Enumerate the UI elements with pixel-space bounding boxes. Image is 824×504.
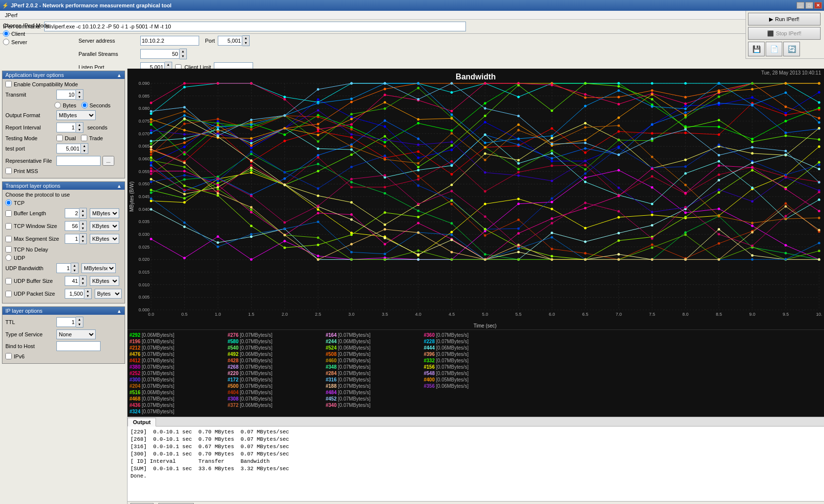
app-icon: ⚡: [2, 2, 9, 9]
parallel-streams-input[interactable]: [140, 49, 180, 59]
tos-label: Type of Service: [5, 331, 54, 337]
bind-host-label: Bind to Host: [5, 343, 54, 349]
trade-checkbox[interactable]: [81, 135, 87, 141]
udp-packet-unit-select[interactable]: Bytes: [95, 289, 122, 299]
minimize-button[interactable]: _: [797, 2, 804, 9]
udp-packet-input[interactable]: [65, 289, 84, 299]
output-format-label: Output Format: [5, 112, 54, 118]
udp-buffer-unit-select[interactable]: KBytes: [90, 276, 119, 286]
tcp-window-unit-select[interactable]: KBytes: [90, 221, 119, 231]
legend-item: #172 [0.07MBytes/s]: [228, 377, 326, 383]
parallel-down[interactable]: ▼: [180, 54, 186, 59]
dual-label: Dual: [65, 135, 76, 141]
output-tab[interactable]: Output: [128, 418, 156, 427]
output-text[interactable]: [229] 0.0-10.1 sec 0.70 MBytes 0.07 MByt…: [128, 427, 824, 501]
buffer-length-checkbox[interactable]: [5, 210, 12, 217]
legend-area: #292 [0.06MBytes/s]#196 [0.07MBytes/s]#2…: [128, 329, 824, 417]
port-up[interactable]: ▲: [242, 36, 249, 41]
max-segment-checkbox[interactable]: [5, 236, 12, 242]
maximize-button[interactable]: □: [805, 2, 813, 9]
transport-layer-toggle[interactable]: ▲: [117, 183, 122, 189]
print-mss-checkbox[interactable]: [5, 168, 12, 174]
enable-compat-checkbox[interactable]: [5, 81, 12, 87]
udp-buffer-checkbox[interactable]: [5, 278, 12, 284]
menu-jperf[interactable]: JPerf: [2, 12, 21, 19]
report-interval-input[interactable]: [56, 123, 76, 132]
client-radio[interactable]: [3, 30, 9, 37]
ipv6-checkbox[interactable]: [5, 353, 12, 359]
udp-bandwidth-unit-select[interactable]: MBytes/sec: [81, 263, 116, 273]
tcp-radio[interactable]: [5, 200, 12, 206]
close-button[interactable]: ✕: [814, 2, 822, 9]
iperf-command-input[interactable]: [44, 22, 466, 31]
output-tabs: Output: [128, 417, 824, 427]
legend-item: #436 [0.07MBytes/s]: [129, 402, 228, 408]
port-spinner[interactable]: ▲ ▼: [242, 35, 250, 46]
stop-iperf-label: Stop IPerf!: [776, 30, 801, 36]
protocol-label: Choose the protocol to use: [5, 192, 70, 198]
dual-checkbox[interactable]: [56, 135, 63, 141]
legend-item: #340 [0.07MBytes/s]: [326, 402, 424, 408]
rep-file-label: Representative File: [5, 158, 54, 164]
server-radio[interactable]: [3, 39, 9, 45]
ttl-input[interactable]: [56, 317, 76, 327]
buffer-unit-select[interactable]: MBytes: [90, 208, 119, 218]
port-input[interactable]: [218, 36, 242, 46]
tcp-no-delay-checkbox[interactable]: [5, 246, 12, 252]
buffer-length-input[interactable]: [65, 208, 79, 218]
application-layer-body: Enable Compatibility Mode Transmit ▲ ▼ B…: [2, 79, 125, 178]
server-label: Server: [11, 39, 27, 45]
udp-bandwidth-input[interactable]: [56, 263, 71, 273]
titlebar-controls: _ □ ✕: [797, 2, 822, 9]
max-segment-input[interactable]: [65, 234, 79, 244]
parallel-up[interactable]: ▲: [180, 49, 186, 54]
stop-iperf-button[interactable]: ⬛ Stop IPerf!: [748, 27, 821, 40]
max-segment-unit-select[interactable]: KBytes: [90, 234, 119, 244]
application-layer-toggle[interactable]: ▲: [117, 73, 122, 78]
tos-select[interactable]: None: [56, 329, 96, 339]
legend-item: #348 [0.07MBytes/s]: [326, 364, 424, 370]
run-iperf-button[interactable]: ▶ Run IPerf!: [748, 13, 821, 25]
timestamp: Tue, 28 May 2013 10:40:11: [761, 70, 821, 76]
choose-mode-label: Choose IPerf Mode:: [3, 23, 51, 28]
refresh-toolbar-button[interactable]: 🔄: [783, 42, 800, 56]
save-toolbar-button[interactable]: 💾: [748, 42, 765, 56]
clear-toolbar-button[interactable]: 📄: [766, 42, 782, 56]
bind-host-input[interactable]: [56, 341, 101, 351]
udp-buffer-input[interactable]: [65, 276, 79, 286]
print-mss-label: Print MSS: [14, 168, 38, 174]
legend-item: #316 [0.07MBytes/s]: [326, 377, 424, 383]
test-port-input[interactable]: [56, 144, 81, 153]
rep-file-input[interactable]: [56, 156, 101, 166]
legend-item: #540 [0.07MBytes/s]: [228, 345, 326, 351]
udp-radio[interactable]: [5, 254, 12, 261]
toolbar: IPerf command:: [0, 20, 824, 34]
legend-item: #252 [0.07MBytes/s]: [129, 370, 228, 377]
trade-label: Trade: [89, 135, 103, 141]
legend-item: #548 [0.07MBytes/s]: [424, 370, 522, 377]
transmit-input[interactable]: [56, 90, 76, 100]
ip-layer-toggle[interactable]: ▲: [117, 308, 122, 314]
port-down[interactable]: ▼: [242, 41, 249, 46]
output-format-select[interactable]: MBytes Bytes KBytes GBytes: [56, 110, 96, 120]
tcp-window-input[interactable]: [65, 221, 79, 231]
legend-item: #276 [0.07MBytes/s]: [228, 332, 326, 338]
max-segment-label: Max Segment Size: [14, 236, 63, 242]
legend-item: #500 [0.07MBytes/s]: [228, 383, 326, 389]
tcp-window-checkbox[interactable]: [5, 223, 12, 229]
transmit-label: Transmit: [5, 92, 54, 98]
parallel-streams-spinner[interactable]: ▲ ▼: [180, 49, 187, 59]
udp-packet-checkbox[interactable]: [5, 291, 12, 297]
bytes-radio[interactable]: [54, 102, 61, 108]
browse-button[interactable]: ...: [103, 156, 114, 166]
seconds-radio[interactable]: [81, 102, 88, 108]
server-address-input[interactable]: [140, 36, 199, 46]
ipv6-label: IPv6: [14, 353, 25, 359]
output-bottom: Save Clear now Clear Output on each Iper…: [128, 501, 824, 504]
testing-mode-label: Testing Mode: [5, 135, 54, 141]
enable-compat-label: Enable Compatibility Mode: [14, 81, 78, 87]
buffer-length-label: Buffer Length: [14, 210, 63, 216]
legend-item: #284 [0.07MBytes/s]: [326, 370, 424, 377]
tcp-window-label: TCP Window Size: [14, 223, 63, 229]
transport-layer-section: Transport layer options ▲ Choose the pro…: [2, 181, 125, 303]
